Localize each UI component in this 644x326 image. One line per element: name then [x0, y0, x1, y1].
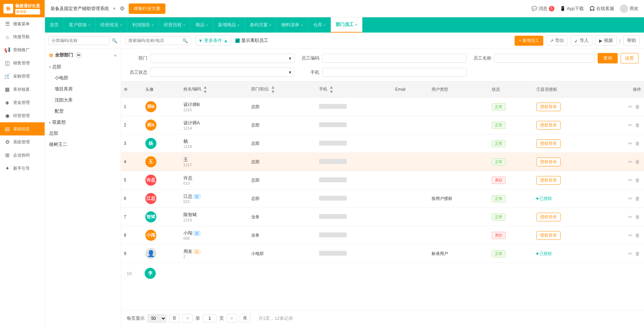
online-service-button[interactable]: 🎧 在线客服 — [589, 6, 614, 12]
delete-button[interactable]: 🗑 — [635, 251, 640, 256]
delete-button[interactable]: 🗑 — [635, 141, 640, 146]
tab-close-icon[interactable]: × — [269, 23, 271, 27]
tab-close-icon[interactable]: × — [237, 23, 239, 27]
auth-login-button[interactable]: 授权登录 — [536, 231, 561, 240]
sidebar-item-corp[interactable]: ⊞ 企业协同 — [0, 149, 45, 162]
export-button[interactable]: ↗ 导出 — [546, 35, 568, 46]
emp-name-input[interactable] — [494, 54, 595, 63]
phone-input[interactable] — [322, 68, 466, 77]
tree-item-distribution[interactable]: 配货 — [45, 106, 121, 117]
last-page-button[interactable]: 尾 — [240, 314, 250, 323]
delete-button[interactable]: 🗑 — [635, 177, 640, 183]
tree-item-plant-king[interactable]: 植树王二 — [45, 139, 121, 150]
view-button[interactable]: ▶ 视频 — [595, 35, 617, 46]
tab-close-icon[interactable]: × — [88, 23, 90, 27]
tab-material[interactable]: 物料清单 × — [276, 17, 308, 33]
user-avatar[interactable]: 用友 — [620, 5, 638, 13]
edit-button[interactable]: ✏ — [628, 196, 633, 201]
sidebar-item-finance[interactable]: ◈ 资金管理 — [0, 96, 45, 109]
tree-search-input[interactable] — [48, 36, 110, 45]
settings-button[interactable]: 设置 — [620, 53, 638, 63]
tab-barcode[interactable]: 条码方案 × — [245, 17, 276, 33]
prev-page-button[interactable]: ＜ — [182, 314, 193, 323]
tab-operation-process[interactable]: 经营历程 × — [159, 17, 190, 33]
sidebar-item-guide[interactable]: ✦ 新手引导 — [0, 162, 45, 175]
tab-warehouse[interactable]: 仓库 × — [308, 17, 331, 33]
edit-button[interactable]: ✏ — [628, 232, 633, 238]
query-button[interactable]: 查询 — [598, 53, 618, 63]
delete-button[interactable]: 🗑 — [635, 232, 640, 238]
emp-code-input[interactable] — [322, 54, 466, 63]
edit-button[interactable]: ✏ — [628, 122, 633, 128]
sidebar-item-operation[interactable]: ◉ 经营管理 — [0, 109, 45, 122]
auth-login-button[interactable]: 授权登录 — [536, 121, 561, 130]
edit-button[interactable]: ✏ — [628, 159, 633, 165]
tab-add-goods[interactable]: 新增商品 × — [213, 17, 245, 33]
trial-button[interactable]: 体验行业方案 — [129, 3, 165, 14]
edit-button[interactable]: ✏ — [628, 177, 633, 183]
tab-department[interactable]: 部门员工 × — [331, 17, 362, 33]
page-number-input[interactable] — [203, 315, 217, 322]
search-input[interactable] — [128, 38, 180, 43]
tree-item-shenyang[interactable]: 沈阳大库 — [45, 95, 121, 106]
tree-item-hq[interactable]: ▾ 总部 — [45, 61, 121, 72]
auth-login-button[interactable]: 授权登录 — [536, 176, 561, 185]
delete-button[interactable]: 🗑 — [635, 214, 640, 220]
edit-button[interactable]: ✏ — [628, 251, 633, 256]
show-resigned-checkbox[interactable]: 显示离职员工 — [235, 37, 268, 44]
per-page-select[interactable]: 50 100 200 — [147, 314, 166, 323]
more-conditions-button[interactable]: ▼ 更多条件 ▲ — [195, 36, 231, 45]
tab-close-icon[interactable]: × — [120, 23, 122, 27]
tab-close-icon[interactable]: × — [324, 23, 326, 27]
tab-profit[interactable]: 利润报告 × — [127, 17, 159, 33]
settings-gear-icon[interactable]: ⚙ — [120, 5, 125, 12]
tab-close-icon[interactable]: × — [301, 23, 303, 27]
delete-button[interactable]: 🗑 — [635, 159, 640, 165]
tree-item-small-elec[interactable]: 小电部 — [45, 72, 121, 83]
sidebar-item-search[interactable]: ☰ 搜索菜单 — [0, 17, 45, 30]
tab-customer[interactable]: 客户联络 × — [64, 17, 96, 33]
help-button[interactable]: 帮助 — [623, 35, 640, 46]
tree-item-hq2[interactable]: 总部 — [45, 128, 121, 139]
delete-button[interactable]: 🗑 — [635, 196, 640, 201]
search-icon[interactable]: 🔍 — [182, 38, 188, 43]
auth-login-button[interactable]: 授权登录 — [536, 158, 561, 166]
sidebar-item-sales[interactable]: ◫ 销售管理 — [0, 56, 45, 70]
tree-item-project-room[interactable]: 项目库房 — [45, 83, 121, 95]
tree-item-double-dream[interactable]: ▸ 双庭想 — [45, 117, 121, 128]
emp-status-select[interactable]: ▾ — [150, 68, 294, 77]
edit-button[interactable]: ✏ — [628, 104, 633, 109]
sidebar-item-inventory[interactable]: ▦ 库存核算 — [0, 83, 45, 96]
first-page-button[interactable]: 首 — [169, 314, 180, 323]
tab-goods[interactable]: 商品 × — [191, 17, 213, 33]
sidebar-item-purchase[interactable]: 🛒 采购管理 — [0, 70, 45, 83]
auth-login-button[interactable]: 授权登录 — [536, 103, 561, 111]
tree-search-icon[interactable]: 🔍 — [112, 38, 117, 43]
tab-close-icon[interactable]: × — [152, 23, 154, 27]
tab-operation-report[interactable]: 经营情况 × — [96, 17, 127, 33]
tree-edit-button[interactable]: ✏ — [75, 52, 82, 59]
sidebar-item-shortcut[interactable]: ⌂ 快捷导航 — [0, 30, 45, 43]
tab-close-icon[interactable]: × — [183, 23, 185, 27]
edit-button[interactable]: ✏ — [628, 141, 633, 146]
auth-login-button[interactable]: 授权登录 — [536, 139, 561, 148]
app-download-button[interactable]: 📱 App下载 — [560, 6, 584, 12]
sidebar-item-basic[interactable]: ▤ 基础信息 — [0, 122, 45, 135]
edit-button[interactable]: ✏ — [628, 214, 633, 220]
import-button[interactable]: ↙ 导入 — [571, 35, 592, 46]
next-page-button[interactable]: ＞ — [227, 314, 237, 323]
col-phone[interactable]: 手机 ▲▼ — [316, 81, 392, 98]
col-dept-position[interactable]: 部门/职位 ▲▼ — [248, 81, 316, 98]
title-dropdown-icon[interactable]: ▾ — [113, 6, 116, 11]
dept-select[interactable]: ▾ — [150, 54, 294, 63]
sidebar-item-marketing[interactable]: 📢 营销推广 — [0, 43, 45, 56]
tab-home[interactable]: 首页 — [45, 17, 64, 33]
delete-button[interactable]: 🗑 — [635, 122, 640, 128]
tree-collapse-button[interactable]: « — [114, 53, 117, 58]
delete-button[interactable]: 🗑 — [635, 104, 640, 109]
add-employee-button[interactable]: + 新增员工 — [515, 36, 543, 46]
message-button[interactable]: 💬 消息 5 — [532, 6, 554, 12]
tab-close-icon[interactable]: × — [355, 23, 357, 27]
col-settings[interactable]: ⚙ — [121, 81, 143, 98]
tab-close-icon[interactable]: × — [206, 23, 208, 27]
